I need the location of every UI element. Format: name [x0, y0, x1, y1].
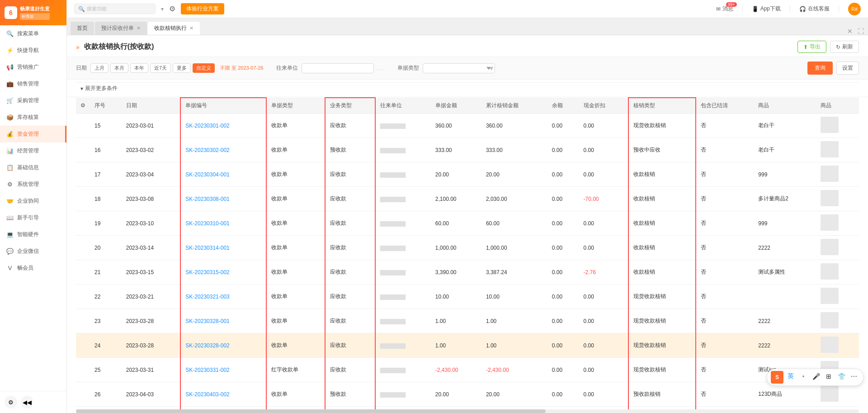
expand-filters-btn[interactable]: ▾ 展开更多条件 [76, 82, 859, 94]
export-icon: ⬆ [803, 44, 808, 50]
collapse-icon[interactable]: ◀◀ [21, 396, 33, 408]
table-row[interactable]: 16 2023-03-02 SK-20230302-002 收款单 预收款 ██… [76, 138, 859, 162]
voucher-link[interactable]: SK-20230308-001 [185, 196, 229, 202]
table-header-row: ⚙ 序号 日期 单据编号 单据类型 业务类型 往来单位 单据金额 累计核销金额 … [76, 98, 859, 114]
col-acc-amount: 360.00 [481, 114, 547, 138]
this-month-btn[interactable]: 本月 [110, 63, 128, 73]
sidebar-item-搜索菜单[interactable]: 🔍搜索菜单 [0, 25, 66, 42]
table-row[interactable]: 21 2023-03-15 SK-20230315-002 收款单 应收款 ██… [76, 260, 859, 285]
tab-payable[interactable]: 预计应收付单 ✕ [95, 22, 147, 35]
col-no: 15 [90, 114, 122, 138]
sidebar-item-销售管理[interactable]: 💼销售管理 [0, 76, 66, 92]
col-no-header: 序号 [90, 98, 122, 114]
voucher-type-select[interactable] [423, 63, 495, 73]
sidebar-item-快捷导航[interactable]: ⚡快捷导航 [0, 42, 66, 59]
filter-settings-button[interactable]: 设置 [836, 62, 859, 75]
float-logo-btn[interactable]: S [771, 371, 783, 384]
sidebar-item-采购管理[interactable]: 🛒采购管理 [0, 92, 66, 109]
table-row[interactable]: 15 2023-03-01 SK-20230301-002 收款单 应收款 ██… [76, 114, 859, 138]
sidebar-item-基础信息[interactable]: 📋基础信息 [0, 159, 66, 176]
sidebar-item-畅会员[interactable]: V畅会员 [0, 260, 66, 276]
sidebar-item-经营管理[interactable]: 📊经营管理 [0, 142, 66, 159]
sidebar-item-新手引导[interactable]: 📖新手引导 [0, 209, 66, 226]
voucher-link[interactable]: SK-20230321-003 [185, 294, 229, 300]
table-row[interactable]: 24 2023-03-28 SK-20230328-002 收款单 应收款 ██… [76, 333, 859, 358]
float-mic-icon[interactable]: 🎤 [811, 371, 821, 382]
table-row[interactable]: 22 2023-03-21 SK-20230321-003 收款单 应收款 ██… [76, 285, 859, 309]
sidebar-item-营销推广[interactable]: 📢营销推广 [0, 59, 66, 76]
messages-action[interactable]: ✉ 消息 99+ [716, 5, 733, 13]
horizontal-scrollbar[interactable] [76, 409, 859, 413]
sidebar-item-系统管理[interactable]: ⚙系统管理 [0, 176, 66, 193]
voucher-link[interactable]: SK-20230302-002 [185, 147, 229, 153]
table-row[interactable]: 20 2023-03-14 SK-20230314-001 收款单 应收款 ██… [76, 236, 859, 260]
tab-verify[interactable]: 收款核销执行 ✕ [148, 22, 200, 35]
table-row[interactable]: 18 2023-03-08 SK-20230308-001 收款单 应收款 ██… [76, 187, 859, 211]
col-settings [76, 260, 90, 285]
last-month-btn[interactable]: 上月 [90, 63, 108, 73]
col-biz-type: 应收款 [325, 187, 375, 211]
sidebar-item-企业协同[interactable]: 🤝企业协同 [0, 193, 66, 209]
more-dates-btn[interactable]: 更多 [173, 63, 191, 73]
sidebar-item-企业微信[interactable]: 💬企业微信 [0, 243, 66, 260]
customer-input[interactable] [302, 63, 374, 73]
gear-icon[interactable]: ⚙ [169, 5, 175, 13]
sidebar-item-资金管理[interactable]: 💰资金管理 [0, 126, 66, 142]
headset-icon: 🎧 [799, 6, 806, 12]
user-avatar[interactable]: Rit [848, 3, 861, 15]
export-button[interactable]: ⬆ 导出 [797, 41, 826, 53]
float-dot-btn[interactable]: • [798, 371, 809, 382]
voucher-link[interactable]: SK-20230328-001 [185, 318, 229, 324]
voucher-link[interactable]: SK-20230331-002 [185, 367, 229, 373]
voucher-link[interactable]: SK-20230304-001 [185, 171, 229, 178]
table-row[interactable]: 26 2023-04-03 SK-20230403-002 收款单 预收款 ██… [76, 382, 859, 407]
table-row[interactable]: 23 2023-03-28 SK-20230328-001 收款单 应收款 ██… [76, 309, 859, 333]
expand-sidebar-btn[interactable]: » [76, 43, 80, 51]
sidebar-item-库存核算[interactable]: 📦库存核算 [0, 109, 66, 126]
tab-close-verify[interactable]: ✕ [189, 25, 193, 31]
app-download-action[interactable]: 📱 App下载 [752, 5, 781, 13]
col-settings-header[interactable]: ⚙ [76, 98, 90, 114]
voucher-link[interactable]: SK-20230310-001 [185, 220, 229, 227]
refresh-button[interactable]: ↻ 刷新 [830, 41, 859, 53]
voucher-link[interactable]: SK-20230328-002 [185, 342, 229, 349]
float-grid-icon[interactable]: ⊞ [823, 371, 834, 382]
custom-date-btn[interactable]: 自定义 [193, 63, 215, 73]
col-biz-type: 预收款 [325, 382, 375, 407]
tab-close-payable[interactable]: ✕ [137, 25, 141, 31]
voucher-link[interactable]: SK-20230314-001 [185, 245, 229, 251]
table-row[interactable]: 25 2023-03-31 SK-20230331-002 红字收款单 应收款 … [76, 358, 859, 382]
this-year-btn[interactable]: 本年 [130, 63, 148, 73]
scrollbar-thumb[interactable] [76, 409, 546, 413]
maximize-icon[interactable]: ⛶ [857, 28, 864, 35]
float-english-btn[interactable]: 英 [785, 371, 796, 382]
search-bar[interactable]: 🔍 搜索功能 [74, 4, 156, 14]
col-amount: 1.00 [431, 333, 481, 358]
voucher-link[interactable]: SK-20230301-002 [185, 123, 229, 129]
online-service-action[interactable]: 🎧 在线客服 [799, 5, 830, 13]
voucher-link[interactable]: SK-20230403-002 [185, 391, 229, 398]
float-shirt-icon[interactable]: 👕 [836, 371, 847, 382]
tab-home[interactable]: 首页 [71, 22, 94, 35]
col-include-settled: 否 [696, 236, 754, 260]
col-settings [76, 187, 90, 211]
last-7days-btn[interactable]: 近7天 [150, 63, 171, 73]
col-no: 26 [90, 382, 122, 407]
col-settings [76, 162, 90, 187]
date-label: 日期 [76, 64, 87, 72]
settings-icon[interactable]: ⚙ [5, 396, 17, 408]
col-goods: 多计量商品2 [754, 187, 816, 211]
float-more-icon[interactable]: ⋯ [849, 371, 859, 382]
close-window-icon[interactable]: ✕ [846, 28, 854, 35]
col-amount: 60.00 [431, 211, 481, 236]
query-button[interactable]: 查询 [807, 62, 833, 75]
table-row[interactable]: 17 2023-03-04 SK-20230304-001 收款单 应收款 ██… [76, 162, 859, 187]
divider3 [839, 5, 839, 13]
solution-button[interactable]: 体验行业方案 [181, 3, 224, 14]
table-row[interactable]: 19 2023-03-10 SK-20230310-001 收款单 应收款 ██… [76, 211, 859, 236]
sidebar-item-智能硬件[interactable]: 💻智能硬件 [0, 226, 66, 243]
table-container[interactable]: ⚙ 序号 日期 单据编号 单据类型 业务类型 往来单位 单据金额 累计核销金额 … [67, 97, 868, 409]
voucher-link[interactable]: SK-20230315-002 [185, 269, 229, 275]
col-acc-amount: 1,000.00 [481, 236, 547, 260]
col-balance: 0.00 [547, 236, 579, 260]
